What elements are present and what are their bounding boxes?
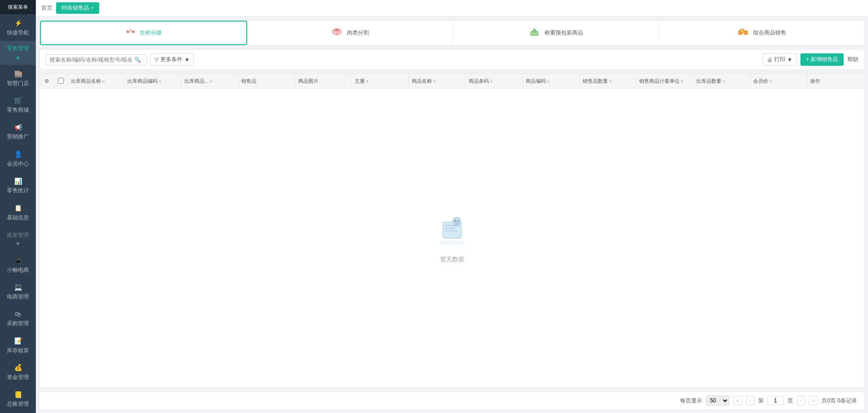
sidebar-item-finance[interactable]: 💰 资金管理 — [0, 359, 36, 385]
sidebar-item-purchase[interactable]: 🛍 采购管理 — [0, 305, 36, 332]
sidebar-item-label: 小畅电商 — [7, 266, 29, 274]
print-arrow: ▼ — [787, 57, 793, 63]
filter-label: 更多条件 — [160, 56, 182, 63]
sidebar-item-wholesale-mgmt[interactable]: 批发管理 ▼ — [0, 228, 36, 252]
page-content: 生鲜分级 肉类分割 — [36, 17, 868, 413]
search-input[interactable] — [50, 57, 132, 63]
mini-program-icon: 📱 — [14, 256, 22, 265]
sidebar-item-marketing[interactable]: 📢 营销推广 — [0, 119, 36, 145]
member-icon: 👤 — [14, 150, 22, 159]
basic-info-icon: 📋 — [14, 204, 22, 213]
purchase-icon: 🛍 — [15, 310, 21, 319]
search-icon: 🔍 — [134, 57, 141, 63]
cat-tab-weight-prepack[interactable]: 称重预包装商品 — [453, 21, 659, 45]
sidebar-item-inventory[interactable]: 📝 库存核算 — [0, 332, 36, 359]
sidebar-item-retail-stats[interactable]: 📊 零售统计 — [0, 172, 36, 199]
th-checkbox[interactable] — [54, 74, 68, 89]
sidebar-logo: 搜索菜单 — [0, 0, 36, 14]
smart-store-icon: 🏬 — [14, 69, 22, 79]
total-info: 共0页 0条记录 — [822, 397, 857, 405]
finance-icon: 💰 — [14, 363, 22, 373]
th-sale-unit: 销售商品计量单位⇅ — [636, 74, 693, 89]
sidebar-item-retail-mgmt[interactable]: 零售管理 ▲ — [0, 41, 36, 65]
pagination: 每页显示 50 20 100 200 « ‹ 第 页 › » 共0页 0条记录 — [40, 391, 864, 409]
sidebar-item-basic-info[interactable]: 📋 基础信息 — [0, 199, 36, 226]
new-btn-label: + 新增销售品 — [806, 56, 838, 63]
empty-illustration — [431, 213, 473, 250]
select-all-checkbox[interactable] — [58, 78, 64, 84]
inventory-icon: 📝 — [14, 337, 22, 346]
th-action: 操作 — [807, 74, 864, 89]
th-barcode: 商品条码⇅ — [465, 74, 522, 89]
topbar-tab-close[interactable]: × — [91, 6, 94, 11]
sidebar-item-quick-nav[interactable]: ⚡ 快捷导航 — [0, 14, 36, 41]
per-page-select[interactable]: 50 20 100 200 — [706, 396, 729, 406]
new-sale-product-button[interactable]: + 新增销售品 — [800, 53, 844, 66]
weight-prepack-icon — [528, 27, 541, 39]
sidebar-item-label: 电商管理 — [7, 293, 29, 301]
retail-mgmt-arrow: ▲ — [15, 53, 21, 61]
filter-icon: ▽ — [154, 57, 159, 63]
next-page-btn[interactable]: › — [797, 396, 805, 405]
sidebar-item-label: 营销推广 — [7, 133, 29, 141]
prev-page-btn[interactable]: ‹ — [746, 396, 755, 405]
sidebar-item-label: 库存核算 — [7, 347, 29, 355]
cat-tab-fresh-grade[interactable]: 生鲜分级 — [40, 21, 247, 45]
page-prefix: 第 — [758, 397, 764, 405]
svg-rect-10 — [740, 29, 744, 33]
toolbar-left: 🔍 ▽ 更多条件 ▼ — [45, 53, 194, 66]
sidebar-item-label: 资金管理 — [7, 373, 29, 381]
meat-cut-icon — [330, 27, 343, 39]
help-btn[interactable]: 帮助 — [847, 56, 858, 63]
sidebar-item-general-ledger[interactable]: 📒 总账管理 — [0, 386, 36, 413]
svg-point-1 — [130, 29, 131, 31]
th-out-qty: 出库品数量⇅ — [693, 74, 750, 89]
combo-sale-label: 组合商品销售 — [753, 29, 786, 37]
print-btn[interactable]: 🖨 打印 ▼ — [763, 53, 797, 66]
quick-nav-icon: ⚡ — [14, 19, 22, 28]
category-tabs: 生鲜分级 肉类分割 — [40, 20, 864, 46]
filter-btn[interactable]: ▽ 更多条件 ▼ — [150, 53, 194, 66]
sidebar-item-label: 智慧门店 — [7, 80, 29, 87]
svg-rect-16 — [445, 230, 457, 232]
topbar-tab-label: 特殊销售品 — [62, 4, 89, 12]
last-page-btn[interactable]: » — [809, 396, 818, 405]
sidebar-item-retail-mall[interactable]: 🛒 零售商城 — [0, 92, 36, 118]
topbar-home[interactable]: 首页 — [41, 4, 52, 12]
per-page-label: 每页显示 — [680, 397, 702, 405]
svg-point-8 — [533, 31, 535, 33]
th-product-name: 商品名称⇅ — [409, 74, 466, 89]
svg-point-19 — [457, 220, 459, 221]
svg-point-17 — [453, 218, 460, 225]
search-box[interactable]: 🔍 — [45, 54, 147, 65]
svg-rect-11 — [744, 31, 748, 34]
page-number-input[interactable] — [767, 396, 784, 405]
sidebar-item-label: 零售统计 — [7, 187, 29, 195]
page-suffix: 页 — [788, 397, 793, 405]
marketing-icon: 📢 — [14, 123, 22, 132]
retail-mall-icon: 🛒 — [14, 96, 22, 105]
first-page-btn[interactable]: « — [733, 396, 743, 405]
fresh-grade-icon — [125, 27, 136, 39]
svg-point-18 — [454, 220, 456, 221]
sidebar-item-smart-store[interactable]: 🏬 智慧门店 — [0, 65, 36, 92]
retail-mgmt-label: 零售管理 — [7, 45, 29, 52]
svg-rect-15 — [445, 228, 455, 229]
topbar: 首页 特殊销售品 × — [36, 0, 868, 17]
th-sale-product: 销售品 — [238, 74, 295, 89]
sidebar-item-label: 零售商城 — [7, 106, 29, 114]
sidebar: 搜索菜单 ⚡ 快捷导航 零售管理 ▲ 🏬 智慧门店 🛒 零售商城 📢 营销推广 … — [0, 0, 36, 413]
sidebar-item-label: 会员中心 — [7, 160, 29, 168]
cat-tab-meat-cut[interactable]: 肉类分割 — [247, 21, 453, 45]
data-table: ⚙ 出库商品名称⇅ 出库商品编码⇅ 出库商品...⇅ — [40, 74, 864, 89]
sidebar-item-label: 快捷导航 — [7, 29, 29, 37]
general-ledger-icon: 📒 — [14, 390, 22, 400]
toolbar-right: 🖨 打印 ▼ + 新增销售品 帮助 — [763, 53, 858, 66]
th-settings[interactable]: ⚙ — [40, 74, 54, 89]
sidebar-item-member[interactable]: 👤 会员中心 — [0, 145, 36, 172]
sidebar-item-mini-program[interactable]: 📱 小畅电商 — [0, 252, 36, 278]
topbar-active-tab[interactable]: 特殊销售品 × — [56, 2, 99, 14]
weight-prepack-label: 称重预包装商品 — [545, 29, 583, 37]
sidebar-item-ecommerce[interactable]: 💻 电商管理 — [0, 278, 36, 305]
cat-tab-combo-sale[interactable]: 组合商品销售 — [658, 21, 864, 45]
